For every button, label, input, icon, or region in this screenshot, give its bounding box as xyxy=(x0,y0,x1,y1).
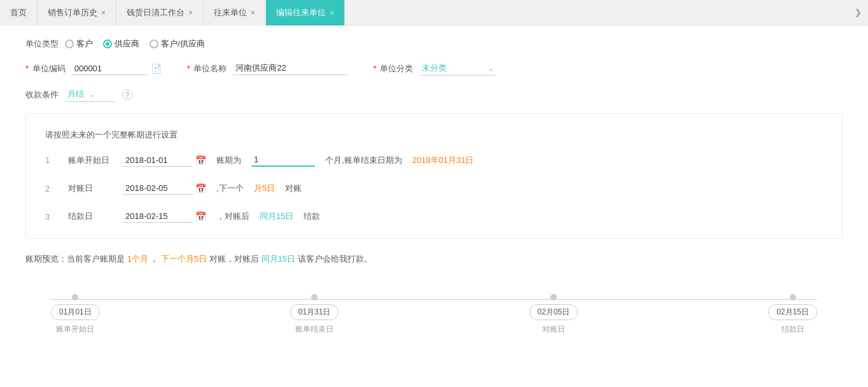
unit-category-value: 未分类 xyxy=(422,62,447,74)
unit-code-icon[interactable]: 📄 xyxy=(151,64,162,74)
payment-terms-label: 收款条件 xyxy=(25,89,59,101)
tab-edit-partner-label: 编辑往来单位 xyxy=(276,7,326,18)
preview-comma1: ， xyxy=(150,254,158,264)
row2-date-field: 📅 xyxy=(123,182,206,195)
card-row-1: 1 账单开始日 📅 账期为 个月,账单结束日期为 2018年01月31日 xyxy=(45,153,823,167)
tab-sales-history-label: 销售订单历史 xyxy=(48,7,97,18)
main-content: 单位类型 客户 供应商 客户/供应商 * 单位编码 📄 * xyxy=(0,25,868,387)
tl-dot-2 xyxy=(311,294,318,300)
tab-home[interactable]: 首页 xyxy=(0,0,38,25)
radio-supplier-circle xyxy=(103,39,112,48)
row3-date-field: 📅 xyxy=(123,210,206,223)
tab-cash-work[interactable]: 钱货日清工作台 × xyxy=(116,0,204,25)
tab-bar: 首页 销售订单历史 × 钱货日清工作台 × 往来单位 × 编辑往来单位 × ❯ xyxy=(0,0,868,25)
row1-period-input[interactable] xyxy=(251,153,315,167)
row2-num: 2 xyxy=(45,184,58,194)
row1-text-period: 账期为 xyxy=(216,155,241,166)
preview-part2: 下一个月5日 xyxy=(161,254,207,264)
tab-sales-history[interactable]: 销售订单历史 × xyxy=(38,0,116,25)
row3-date-input[interactable] xyxy=(123,210,193,223)
card-row-3: 3 结款日 📅 ，对账后 同月15日 结款 xyxy=(45,210,823,223)
unit-type-row: 单位类型 客户 供应商 客户/供应商 xyxy=(25,38,843,50)
tl-badge-2: 01月31日 xyxy=(290,304,339,320)
row1-label: 账单开始日 xyxy=(68,155,113,166)
row3-text-pre: ，对账后 xyxy=(216,211,249,222)
row1-num: 1 xyxy=(45,155,58,165)
tab-partner-label: 往来单位 xyxy=(214,7,247,18)
tab-cash-work-close[interactable]: × xyxy=(188,8,193,17)
card-row-2: 2 对账日 📅 ,下一个 月5日 对账 xyxy=(45,182,823,195)
tab-expand-button[interactable]: ❯ xyxy=(848,0,868,25)
row2-label: 对账日 xyxy=(68,183,113,194)
radio-customer-supplier-circle xyxy=(150,39,158,48)
radio-customer-circle xyxy=(65,39,74,48)
unit-category-dropdown[interactable]: 未分类 ⌄ xyxy=(419,61,496,76)
radio-supplier-label: 供应商 xyxy=(115,38,139,50)
row2-date-input[interactable] xyxy=(123,182,193,195)
row2-text-pre: ,下一个 xyxy=(216,183,244,194)
tl-badge-1: 01月01日 xyxy=(51,304,100,320)
row1-calendar-icon[interactable]: 📅 xyxy=(195,155,206,165)
unit-category-chevron: ⌄ xyxy=(488,65,493,72)
payment-terms-dropdown[interactable]: 月结 ⌄ xyxy=(65,87,116,102)
unit-type-radio-group: 客户 供应商 客户/供应商 xyxy=(65,38,205,50)
row1-text-months: 个月,账单结束日期为 xyxy=(325,155,402,166)
tl-label-4: 结款日 xyxy=(781,324,804,335)
row1-date-field: 📅 xyxy=(123,154,206,167)
unit-code-label: * 单位编码 xyxy=(25,63,66,74)
payment-terms-value: 月结 xyxy=(67,88,84,100)
row2-text-post: 对账 xyxy=(285,183,302,194)
timeline-points: 01月01日 账单开始日 01月31日 账单结束日 02月05日 对账日 02月… xyxy=(51,285,817,335)
tab-sales-history-close[interactable]: × xyxy=(101,8,106,17)
tl-label-1: 账单开始日 xyxy=(56,324,94,335)
row3-calendar-icon[interactable]: 📅 xyxy=(195,211,206,222)
tab-partner[interactable]: 往来单位 × xyxy=(204,0,266,25)
row3-num: 3 xyxy=(45,212,58,222)
unit-code-star: * xyxy=(25,64,29,73)
row2-calendar-icon[interactable]: 📅 xyxy=(195,183,206,194)
tab-home-label: 首页 xyxy=(10,7,27,18)
unit-name-input[interactable] xyxy=(233,62,347,75)
tl-badge-4: 02月15日 xyxy=(768,304,817,320)
tl-label-3: 对账日 xyxy=(542,324,565,335)
tab-edit-partner-close[interactable]: × xyxy=(330,8,334,17)
preview-part3: 同月15日 xyxy=(262,254,295,264)
preview-label: 账期预览：当前客户账期是 xyxy=(25,254,125,264)
tl-dot-3 xyxy=(550,294,557,300)
timeline-point-2: 01月31日 账单结束日 xyxy=(290,294,339,335)
unit-category-star: * xyxy=(373,64,376,73)
tl-badge-3: 02月05日 xyxy=(529,304,578,320)
unit-info-row: * 单位编码 📄 * 单位名称 * 单位分类 未分类 ⌄ xyxy=(25,61,843,76)
timeline-point-3: 02月05日 对账日 xyxy=(529,294,578,335)
row3-text-post: 结款 xyxy=(304,211,320,222)
tl-dot-4 xyxy=(790,294,796,300)
preview-section: 账期预览：当前客户账期是 1个月 ， 下一个月5日 对账，对账后 同月15日 该… xyxy=(25,251,843,266)
radio-supplier[interactable]: 供应商 xyxy=(103,38,139,50)
unit-code-input[interactable] xyxy=(72,62,148,75)
row1-date-input[interactable] xyxy=(123,154,193,167)
timeline-point-4: 02月15日 结款日 xyxy=(768,294,817,335)
timeline-wrapper: 01月01日 账单开始日 01月31日 账单结束日 02月05日 对账日 02月… xyxy=(38,285,830,335)
unit-code-field: 📄 xyxy=(72,62,162,75)
unit-name-label: * 单位名称 xyxy=(187,63,227,74)
row3-label: 结款日 xyxy=(68,211,113,222)
help-icon[interactable]: ? xyxy=(122,90,132,100)
payment-terms-chevron: ⌄ xyxy=(89,91,94,98)
timeline-section: 01月01日 账单开始日 01月31日 账单结束日 02月05日 对账日 02月… xyxy=(25,279,843,335)
tab-edit-partner[interactable]: 编辑往来单位 × xyxy=(266,0,345,25)
radio-customer-supplier[interactable]: 客户/供应商 xyxy=(150,38,205,50)
unit-name-star: * xyxy=(187,64,190,73)
unit-type-label: 单位类型 xyxy=(25,38,59,50)
preview-middle: 对账，对账后 xyxy=(209,254,259,264)
payment-terms-row: 收款条件 月结 ⌄ ? xyxy=(25,87,843,102)
radio-customer[interactable]: 客户 xyxy=(65,38,93,50)
radio-customer-label: 客户 xyxy=(76,38,93,50)
tl-label-2: 账单结束日 xyxy=(295,324,333,335)
timeline-point-1: 01月01日 账单开始日 xyxy=(51,294,100,335)
period-settings-card: 请按照未来的一个完整帐期进行设置 1 账单开始日 📅 账期为 个月,账单结束日期… xyxy=(25,113,843,239)
preview-end: 该客户会给我打款。 xyxy=(298,254,372,264)
tab-partner-close[interactable]: × xyxy=(251,8,255,17)
tl-dot-1 xyxy=(72,294,78,300)
row3-highlight: 同月15日 xyxy=(260,211,293,222)
radio-customer-supplier-label: 客户/供应商 xyxy=(161,38,205,50)
